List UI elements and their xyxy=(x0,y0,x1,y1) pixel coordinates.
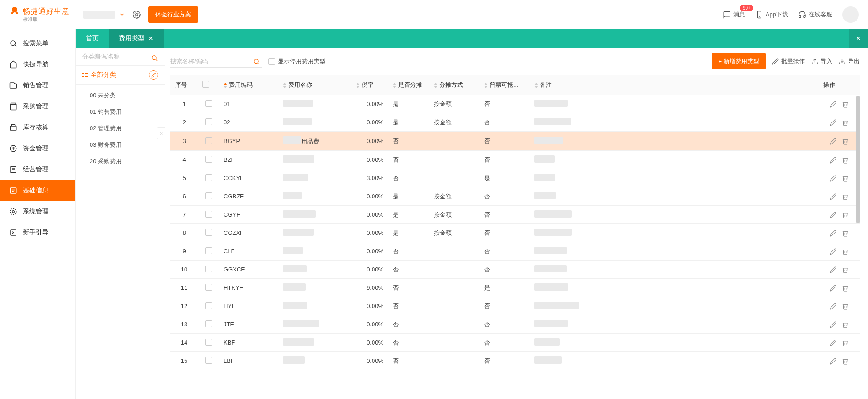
sidebar-item-2[interactable]: 销售管理 xyxy=(0,75,75,96)
col-remark[interactable]: 备注 xyxy=(530,75,819,95)
tab-0[interactable]: 首页 xyxy=(76,29,109,48)
row-delete-icon[interactable] xyxy=(842,266,849,273)
batch-operation-button[interactable]: 批量操作 xyxy=(772,57,805,65)
table-row[interactable]: 2020.00%是按金额否 xyxy=(170,113,860,132)
table-row[interactable]: 12HYF0.00%否否 xyxy=(170,297,860,315)
export-button[interactable]: 导出 xyxy=(839,57,860,65)
category-edit-icon[interactable] xyxy=(149,70,158,80)
row-checkbox[interactable] xyxy=(205,137,212,144)
table-row[interactable]: 6CGBZF0.00%是按金额否 xyxy=(170,187,860,206)
sidebar-item-7[interactable]: 基础信息 xyxy=(0,180,75,201)
row-delete-icon[interactable] xyxy=(842,320,849,328)
sidebar-item-8[interactable]: 系统管理 xyxy=(0,201,75,222)
col-method[interactable]: 分摊方式 xyxy=(429,75,479,95)
row-edit-icon[interactable] xyxy=(830,266,836,273)
row-edit-icon[interactable] xyxy=(830,211,836,218)
collapse-panel-icon[interactable] xyxy=(157,127,165,139)
tab-close-icon[interactable]: ✕ xyxy=(148,35,154,42)
row-checkbox[interactable] xyxy=(205,357,212,364)
row-edit-icon[interactable] xyxy=(830,137,836,144)
row-checkbox[interactable] xyxy=(205,100,212,107)
row-checkbox[interactable] xyxy=(205,192,212,199)
row-delete-icon[interactable] xyxy=(842,100,849,107)
row-edit-icon[interactable] xyxy=(830,100,836,107)
table-search-input[interactable] xyxy=(170,55,262,68)
user-avatar[interactable] xyxy=(842,6,859,23)
app-download-link[interactable]: App下载 xyxy=(755,11,788,19)
row-checkbox[interactable] xyxy=(205,266,212,272)
table-row[interactable]: 7CGYF0.00%是按金额否 xyxy=(170,206,860,224)
row-edit-icon[interactable] xyxy=(830,156,836,163)
table-row[interactable]: 3BGYP用品费0.00%否否 xyxy=(170,132,860,151)
row-edit-icon[interactable] xyxy=(830,174,836,181)
row-delete-icon[interactable] xyxy=(842,284,849,291)
table-row[interactable]: 10GGXCF0.00%否否 xyxy=(170,261,860,279)
table-row[interactable]: 14KBF0.00%否否 xyxy=(170,334,860,352)
category-item-2[interactable]: 02 管理费用 xyxy=(76,120,165,137)
row-delete-icon[interactable] xyxy=(842,137,849,144)
row-checkbox[interactable] xyxy=(205,247,212,254)
row-checkbox[interactable] xyxy=(205,211,212,218)
col-apportion[interactable]: 是否分摊 xyxy=(388,75,429,95)
settings-icon[interactable] xyxy=(133,11,141,19)
sidebar-item-4[interactable]: 库存核算 xyxy=(0,117,75,138)
row-checkbox[interactable] xyxy=(205,174,212,181)
row-edit-icon[interactable] xyxy=(830,284,836,291)
row-checkbox[interactable] xyxy=(205,156,212,163)
row-delete-icon[interactable] xyxy=(842,339,849,346)
messages-link[interactable]: 消息 99+ xyxy=(723,11,745,19)
try-industry-button[interactable]: 体验行业方案 xyxy=(148,6,198,23)
tab-close-all[interactable] xyxy=(849,29,868,48)
tab-1[interactable]: 费用类型✕ xyxy=(109,29,164,48)
scrollbar-thumb[interactable] xyxy=(856,96,860,223)
row-checkbox[interactable] xyxy=(205,320,212,327)
row-delete-icon[interactable] xyxy=(842,229,849,236)
row-delete-icon[interactable] xyxy=(842,357,849,364)
category-search-input[interactable] xyxy=(82,53,158,60)
row-checkbox[interactable] xyxy=(205,339,212,346)
col-deduct[interactable]: 普票可抵... xyxy=(479,75,530,95)
sidebar-item-0[interactable]: 搜索菜单 xyxy=(0,33,75,54)
col-rate[interactable]: 税率 xyxy=(351,75,388,95)
row-delete-icon[interactable] xyxy=(842,247,849,255)
sidebar-item-3[interactable]: 采购管理 xyxy=(0,96,75,117)
row-delete-icon[interactable] xyxy=(842,174,849,181)
search-icon[interactable] xyxy=(253,58,260,65)
row-delete-icon[interactable] xyxy=(842,211,849,218)
search-icon[interactable] xyxy=(151,54,158,62)
add-expense-type-button[interactable]: + 新增费用类型 xyxy=(712,53,766,69)
category-item-0[interactable]: 00 未分类 xyxy=(76,87,165,104)
col-name[interactable]: 费用名称 xyxy=(278,75,351,95)
org-selector[interactable] xyxy=(83,11,125,19)
category-item-1[interactable]: 01 销售费用 xyxy=(76,104,165,120)
row-edit-icon[interactable] xyxy=(830,320,836,328)
table-row[interactable]: 5CCKYF3.00%否是 xyxy=(170,169,860,187)
row-delete-icon[interactable] xyxy=(842,118,849,126)
sidebar-item-6[interactable]: 经营管理 xyxy=(0,159,75,180)
table-row[interactable]: 1010.00%是按金额否 xyxy=(170,95,860,113)
col-code[interactable]: 费用编码 xyxy=(219,75,278,95)
row-checkbox[interactable] xyxy=(205,302,212,309)
row-checkbox[interactable] xyxy=(205,284,212,291)
import-button[interactable]: 导入 xyxy=(811,57,832,65)
row-delete-icon[interactable] xyxy=(842,156,849,163)
row-edit-icon[interactable] xyxy=(830,339,836,346)
table-row[interactable]: 11HTKYF9.00%否是 xyxy=(170,279,860,297)
row-checkbox[interactable] xyxy=(205,118,212,125)
sidebar-item-9[interactable]: 新手引导 xyxy=(0,222,75,243)
show-disabled-checkbox[interactable]: 显示停用费用类型 xyxy=(268,57,325,65)
row-delete-icon[interactable] xyxy=(842,192,849,200)
support-link[interactable]: 在线客服 xyxy=(798,11,832,19)
table-row[interactable]: 9CLF0.00%否否 xyxy=(170,242,860,261)
table-row[interactable]: 8CGZXF0.00%是按金额否 xyxy=(170,224,860,242)
table-row[interactable]: 4BZF0.00%否否 xyxy=(170,151,860,169)
category-item-3[interactable]: 03 财务费用 xyxy=(76,137,165,153)
table-row[interactable]: 15LBF0.00%否否 xyxy=(170,352,860,370)
row-edit-icon[interactable] xyxy=(830,247,836,255)
category-all[interactable]: 全部分类 xyxy=(82,71,116,79)
row-edit-icon[interactable] xyxy=(830,192,836,200)
sidebar-item-5[interactable]: 资金管理 xyxy=(0,138,75,159)
table-row[interactable]: 13JTF0.00%否否 xyxy=(170,315,860,334)
row-edit-icon[interactable] xyxy=(830,357,836,364)
category-item-4[interactable]: 20 采购费用 xyxy=(76,153,165,170)
